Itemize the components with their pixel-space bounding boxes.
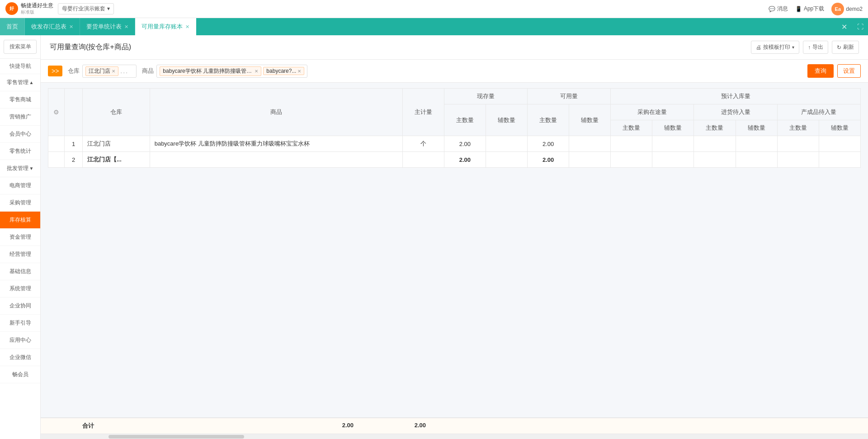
sidebar-item-wholesale[interactable]: 批发管理 ▼ bbox=[0, 160, 40, 177]
sidebar-item-retail-stats[interactable]: 零售统计 bbox=[0, 143, 40, 160]
tab-available-stock[interactable]: 可用量库存账本 ✕ bbox=[135, 18, 196, 35]
user-profile[interactable]: Ea demo2 bbox=[831, 3, 863, 15]
sidebar-item-ecommerce[interactable]: 电商管理 bbox=[0, 177, 40, 194]
th-main-unit: 主计量 bbox=[402, 89, 444, 136]
row1-prod-main bbox=[777, 136, 819, 152]
th-inbound-main: 主数量 bbox=[694, 120, 736, 136]
close-tab-available[interactable]: ✕ bbox=[185, 24, 189, 30]
refresh-label: 刷新 bbox=[843, 43, 854, 51]
sidebar-item-member[interactable]: 畅会员 bbox=[0, 366, 40, 383]
close-tab-receipt[interactable]: ✕ bbox=[69, 24, 73, 30]
horizontal-scrollbar[interactable] bbox=[41, 434, 868, 439]
product-tag-babycare2: babycare?... ✕ bbox=[263, 67, 304, 75]
warehouse-tags-input[interactable]: 江北门店 ✕ ... bbox=[82, 65, 137, 78]
close-all-tabs[interactable]: ✕ bbox=[836, 18, 853, 35]
row1-settings bbox=[48, 136, 65, 152]
sidebar-item-app-center[interactable]: 应用中心 bbox=[0, 332, 40, 349]
sidebar-label-enterprise-collab: 企业协同 bbox=[9, 302, 31, 310]
tab-home[interactable]: 首页 bbox=[0, 18, 25, 35]
row2-purchase-main bbox=[611, 152, 652, 168]
page-title: 可用量查询(按仓库+商品) bbox=[50, 42, 131, 52]
sidebar-item-retail-mgmt[interactable]: 零售管理 ▲ bbox=[0, 74, 40, 91]
brand: 好 畅捷通好生意 标准版 bbox=[5, 2, 53, 15]
top-bar: 好 畅捷通好生意 标准版 母婴行业演示账套 ▾ 💬 消息 📱 App下载 Ea … bbox=[0, 0, 868, 18]
row2-settings bbox=[48, 152, 65, 168]
sidebar-item-enterprise-collab[interactable]: 企业协同 bbox=[0, 297, 40, 315]
filter-toggle-button[interactable]: >> bbox=[48, 66, 62, 76]
sidebar-label-ecommerce: 电商管理 bbox=[9, 182, 31, 189]
template-print-button[interactable]: 🖨 按模板打印 ▾ bbox=[751, 41, 799, 54]
scroll-thumb[interactable] bbox=[108, 435, 244, 439]
message-action[interactable]: 💬 消息 bbox=[769, 5, 788, 13]
sidebar-item-sys-mgmt[interactable]: 系统管理 bbox=[0, 280, 40, 297]
row1-available-main: 2.00 bbox=[528, 136, 569, 152]
expand-tabs[interactable]: ⛶ bbox=[853, 18, 868, 35]
row2-prod-aux bbox=[819, 152, 860, 168]
brand-logo: 好 bbox=[5, 2, 18, 15]
warehouse-tag-close[interactable]: ✕ bbox=[112, 69, 115, 74]
th-available-aux: 辅数量 bbox=[569, 104, 611, 136]
th-current-stock-group: 现存量 bbox=[444, 89, 527, 104]
row2-product bbox=[150, 152, 402, 168]
th-available-main: 主数量 bbox=[528, 104, 569, 136]
sidebar-label-operations: 经营管理 bbox=[9, 250, 31, 258]
sidebar: 搜索菜单 快捷导航 零售管理 ▲ 零售商城 营销推广 会员中心 零售统计 批发管… bbox=[0, 35, 41, 439]
home-tab-label: 首页 bbox=[6, 23, 18, 31]
sidebar-label-inventory: 库存核算 bbox=[9, 216, 31, 224]
row1-purchase-main bbox=[611, 136, 652, 152]
sidebar-item-enterprise-wechat[interactable]: 企业微信 bbox=[0, 349, 40, 366]
sidebar-label-enterprise-wechat: 企业微信 bbox=[9, 354, 31, 361]
warehouse-more-ellipsis[interactable]: ... bbox=[120, 67, 128, 75]
th-rownum bbox=[65, 89, 83, 136]
refresh-button[interactable]: ↻ 刷新 bbox=[832, 41, 859, 54]
sidebar-item-finance[interactable]: 资金管理 bbox=[0, 229, 40, 246]
sidebar-item-retail-mall[interactable]: 零售商城 bbox=[0, 91, 40, 109]
row2-unit bbox=[402, 152, 444, 168]
th-inbound-aux: 辅数量 bbox=[736, 120, 777, 136]
sidebar-item-inventory[interactable]: 库存核算 bbox=[0, 212, 40, 229]
sidebar-label-purchase: 采购管理 bbox=[9, 199, 31, 207]
product-tag-close-1[interactable]: ✕ bbox=[255, 69, 258, 74]
summary-current-main: 2.00 bbox=[330, 422, 366, 430]
quick-nav-button[interactable]: 快捷导航 bbox=[0, 59, 40, 74]
th-purchase-main: 主数量 bbox=[611, 120, 652, 136]
sidebar-search-area: 搜索菜单 bbox=[0, 35, 40, 59]
sidebar-item-basic-info[interactable]: 基础信息 bbox=[0, 263, 40, 280]
row1-current-aux bbox=[486, 136, 527, 152]
row1-inbound-main bbox=[694, 136, 736, 152]
close-tab-order[interactable]: ✕ bbox=[124, 24, 128, 30]
data-table: ⚙ 仓库 商品 主计量 现存量 可用量 预计入库量 主数量 辅数量 主数量 bbox=[48, 88, 861, 168]
tab-receipt-summary[interactable]: 收发存汇总表 ✕ bbox=[25, 18, 80, 35]
receipt-tab-label: 收发存汇总表 bbox=[31, 23, 66, 31]
chevron-icon: ▲ bbox=[29, 80, 34, 85]
app-icon: 📱 bbox=[795, 6, 802, 12]
sidebar-item-member-center[interactable]: 会员中心 bbox=[0, 126, 40, 143]
export-button[interactable]: ↑ 导出 bbox=[803, 41, 828, 54]
sidebar-item-new-guide[interactable]: 新手引导 bbox=[0, 315, 40, 332]
th-warehouse: 仓库 bbox=[83, 89, 150, 136]
product-filter-label: 商品 bbox=[142, 67, 154, 75]
sidebar-item-operations[interactable]: 经营管理 bbox=[0, 246, 40, 263]
sidebar-item-marketing[interactable]: 营销推广 bbox=[0, 109, 40, 126]
settings-button[interactable]: 设置 bbox=[837, 64, 861, 78]
query-button[interactable]: 查询 bbox=[807, 64, 834, 78]
product-tags-input[interactable]: babycare学饮杯 儿童防摔防撞吸管杯重力球吸嘴杯宝宝水杯 ✕ babyca… bbox=[156, 65, 307, 78]
sidebar-item-purchase[interactable]: 采购管理 bbox=[0, 194, 40, 212]
brand-info: 畅捷通好生意 标准版 bbox=[21, 2, 53, 15]
sidebar-label-member-center: 会员中心 bbox=[9, 130, 31, 138]
product-tag-close-2[interactable]: ✕ bbox=[297, 69, 301, 74]
filter-area: >> 仓库 江北门店 ✕ ... 商品 babycare学饮杯 儿童防摔防撞吸管… bbox=[41, 60, 868, 83]
app-download-action[interactable]: 📱 App下载 bbox=[795, 5, 824, 13]
th-production-pending: 产成品待入量 bbox=[777, 104, 860, 120]
username-label: demo2 bbox=[846, 6, 863, 12]
table-container: ⚙ 仓库 商品 主计量 现存量 可用量 预计入库量 主数量 辅数量 主数量 bbox=[41, 83, 868, 417]
sidebar-label-marketing: 营销推广 bbox=[9, 113, 31, 121]
warehouse-tag-label: 江北门店 bbox=[89, 67, 110, 75]
search-menu-button[interactable]: 搜索菜单 bbox=[4, 40, 37, 54]
industry-selector[interactable]: 母婴行业演示账套 ▾ bbox=[58, 3, 114, 14]
table-settings-gear[interactable]: ⚙ bbox=[53, 109, 59, 116]
th-current-main: 主数量 bbox=[444, 104, 486, 136]
available-tab-label: 可用量库存账本 bbox=[142, 23, 183, 31]
row1-prod-aux bbox=[819, 136, 860, 152]
tab-order-stats[interactable]: 要货单统计表 ✕ bbox=[80, 18, 135, 35]
